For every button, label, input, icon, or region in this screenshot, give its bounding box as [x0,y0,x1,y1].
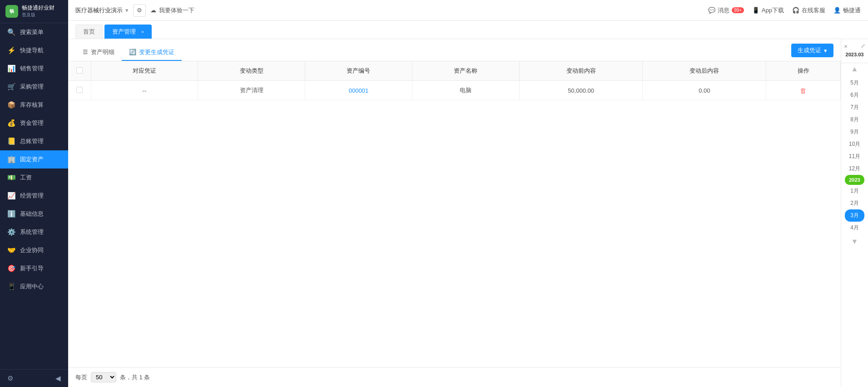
cloud-icon: ☁ [150,7,156,14]
logo-icon: 畅 [5,5,18,18]
cell-asset-name-0: 电脑 [412,81,519,100]
change-voucher-icon: 🔄 [129,49,136,55]
sidebar-label-funds: 资金管理 [20,119,44,127]
sidebar-icon-collab: 🤝 [7,246,15,254]
sidebar-item-collab[interactable]: 🤝 企业协同 [0,241,68,259]
timeline-item-1[interactable]: 6月 [841,89,868,101]
sidebar-icon-inventory: 📦 [7,101,15,109]
sidebar-item-salary[interactable]: 💵 工资 [0,169,68,187]
sidebar-icon-base-info: ℹ️ [7,210,15,218]
sidebar-label-collab: 企业协同 [20,246,44,254]
sidebar-item-ledger[interactable]: 📒 总账管理 [0,132,68,150]
timeline: 5月6月7月8月9月10月11月12月20231月2月3月4月 [841,75,868,236]
rp-year-label: 2023.03 [846,50,864,59]
tab-home[interactable]: 首页 [75,25,103,39]
timeline-item-0[interactable]: 5月 [841,77,868,89]
company-caret-icon: ▾ [125,7,129,14]
cell-before-0: 50,000.00 [519,81,643,100]
sidebar-label-purchase: 采购管理 [20,83,44,91]
sidebar-item-system[interactable]: ⚙️ 系统管理 [0,223,68,241]
sidebar-item-app-center[interactable]: 📱 应用中心 [0,278,68,296]
sidebar-label-search: 搜索菜单 [20,28,44,36]
col-action: 操作 [766,61,841,81]
col-checkbox [68,61,91,81]
sidebar-icon-salary: 💵 [7,174,15,182]
asset-detail-label: 资产明细 [91,48,114,56]
table-header-row: 对应凭证 变动类型 资产编号 资产名称 变动前内容 变动后内容 操作 [68,61,841,81]
sidebar-icon-purchase: 🛒 [7,83,15,91]
delete-icon-0[interactable]: 🗑 [800,87,807,94]
page-size-select[interactable]: 10 20 50 100 [91,372,116,382]
main-panel: ☰ 资产明细 🔄 变更生成凭证 生成凭证 ▾ [68,39,841,387]
col-after: 变动后内容 [643,61,766,81]
experience-button[interactable]: ☁ 我要体验一下 [150,6,194,15]
sidebar-item-quick-nav[interactable]: ⚡ 快捷导航 [0,41,68,60]
timeline-item-12[interactable]: 4月 [841,222,868,234]
sidebar-item-operations[interactable]: 📈 经营管理 [0,187,68,205]
col-asset-code: 资产编号 [305,61,412,81]
app-download-action[interactable]: 📱 App下载 [752,6,784,15]
sidebar-bottom: ⚙ ◀ [0,369,68,387]
right-panel: × ⤢ 2023.03 ▲ 5月6月7月8月9月10月11月12月20231月2… [841,39,868,387]
sidebar-nav: 🔍 搜索菜单 ⚡ 快捷导航 📊 销售管理 🛒 采购管理 📦 库存核算 💰 资金管… [0,23,68,369]
timeline-item-4[interactable]: 9月 [841,126,868,138]
tab-close-icon[interactable]: × [141,29,144,35]
company-selector[interactable]: 医疗器械行业演示 ▾ [75,6,129,15]
online-service-action[interactable]: 🎧 在线客服 [792,6,825,15]
sidebar-item-purchase[interactable]: 🛒 采购管理 [0,78,68,96]
sidebar-item-inventory[interactable]: 📦 库存核算 [0,96,68,114]
row-checkbox-0[interactable] [76,87,83,93]
logo-title: 畅捷通好业财 [22,5,55,12]
collapse-icon[interactable]: ◀ [55,374,61,382]
header-settings-icon[interactable]: ⚙ [133,4,146,17]
settings-bottom-icon[interactable]: ⚙ [7,374,13,382]
timeline-item-3[interactable]: 8月 [841,114,868,126]
sub-tab-asset-detail[interactable]: ☰ 资产明细 [75,45,122,61]
timeline-item-10[interactable]: 2月 [841,197,868,209]
timeline-down-arrow[interactable]: ▼ [851,236,858,248]
timeline-up-arrow[interactable]: ▲ [851,63,858,75]
timeline-item-11[interactable]: 3月 [845,209,864,222]
col-asset-name: 资产名称 [412,61,519,81]
change-voucher-label: 变更生成凭证 [139,48,174,56]
sidebar-item-fixed-assets[interactable]: 🏢 固定资产 [0,150,68,169]
timeline-item-5[interactable]: 10月 [841,138,868,150]
service-icon: 🎧 [792,7,799,14]
header-checkbox[interactable] [76,67,83,74]
timeline-item-9[interactable]: 1月 [841,185,868,197]
sidebar-label-fixed-assets: 固定资产 [20,155,44,164]
rp-expand-icon[interactable]: ⤢ [861,43,865,50]
cell-asset-code-0: 000001 [305,81,412,100]
message-action[interactable]: 💬 消息 99+ [708,6,744,15]
sidebar-item-base-info[interactable]: ℹ️ 基础信息 [0,205,68,223]
sidebar-item-funds[interactable]: 💰 资金管理 [0,114,68,132]
cell-action-0: 🗑 [766,81,841,100]
sidebar-logo: 畅 畅捷通好业财 普及版 [0,0,68,23]
timeline-item-8[interactable]: 2023 [845,175,864,185]
timeline-item-2[interactable]: 7月 [841,101,868,114]
message-label: 消息 [718,6,729,15]
sidebar-label-guide: 新手引导 [20,264,44,273]
asset-table: 对应凭证 变动类型 资产编号 资产名称 变动前内容 变动后内容 操作 -- 资产… [68,61,841,100]
generate-voucher-button[interactable]: 生成凭证 ▾ [791,44,833,57]
rp-close-icon[interactable]: × [844,43,848,50]
timeline-item-7[interactable]: 12月 [841,163,868,175]
page-tabs: 首页 资产管理 × [68,21,868,39]
col-change-type: 变动类型 [198,61,305,81]
user-action[interactable]: 👤 畅捷通 [833,6,861,15]
message-badge: 99+ [732,7,744,13]
sub-tab-change-voucher[interactable]: 🔄 变更生成凭证 [122,45,182,61]
sub-tabs: ☰ 资产明细 🔄 变更生成凭证 生成凭证 ▾ [68,39,841,61]
sidebar-item-guide[interactable]: 🎯 新手引导 [0,259,68,278]
generate-caret-icon: ▾ [824,47,827,54]
timeline-item-6[interactable]: 11月 [841,150,868,163]
sub-tabs-right: 生成凭证 ▾ [791,44,833,61]
sidebar-item-search[interactable]: 🔍 搜索菜单 [0,23,68,41]
header-right: 💬 消息 99+ 📱 App下载 🎧 在线客服 👤 畅捷通 [708,6,861,15]
tab-asset-management[interactable]: 资产管理 × [104,25,152,39]
sidebar-item-sales[interactable]: 📊 销售管理 [0,60,68,78]
sidebar-icon-quick-nav: ⚡ [7,46,15,55]
sidebar-label-quick-nav: 快捷导航 [20,46,44,55]
company-name: 医疗器械行业演示 [75,6,123,15]
asset-detail-icon: ☰ [83,49,88,55]
